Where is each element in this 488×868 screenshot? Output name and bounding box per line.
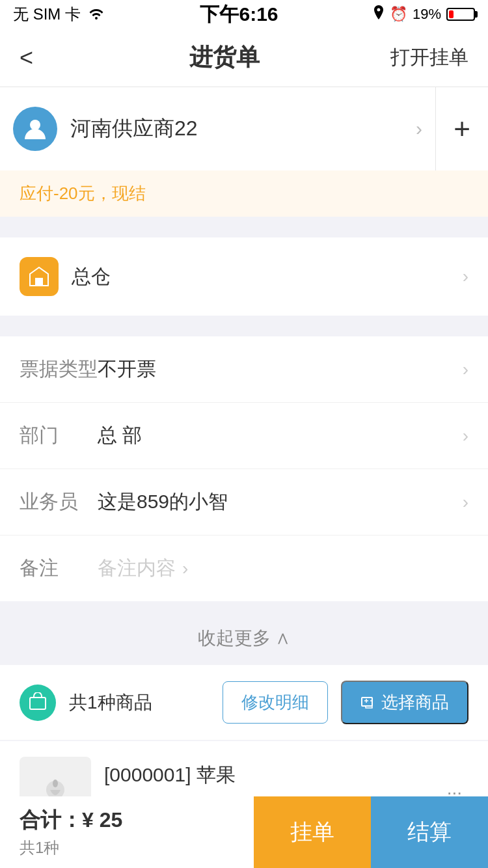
fields-card: 票据类型 不开票 › 部门 总 部 › 业务员 这是859的小智 › 备注 备注… — [0, 336, 488, 601]
field-value: 这是859的小智 — [98, 489, 456, 515]
field-chevron-icon: › — [463, 492, 468, 513]
svg-rect-2 — [30, 698, 46, 709]
open-hang-button[interactable]: 打开挂单 — [390, 44, 468, 71]
checkout-button[interactable]: 结算 — [371, 796, 488, 868]
products-header: 共1种商品 修改明细 选择商品 — [0, 665, 488, 740]
select-product-button[interactable]: 选择商品 — [341, 681, 468, 724]
supplier-chevron-icon: › — [416, 118, 422, 140]
add-supplier-button[interactable]: + — [436, 87, 488, 170]
location-icon — [373, 5, 385, 23]
svg-rect-1 — [35, 278, 43, 286]
status-time: 下午6:16 — [200, 1, 278, 28]
total-label: 合计： — [20, 808, 82, 832]
field-value: 总 部 — [98, 422, 456, 449]
field-placeholder: 备注内容 — [98, 555, 176, 582]
field-label: 票据类型 — [20, 356, 98, 383]
supplier-selector[interactable]: 河南供应商22 › — [0, 87, 436, 170]
divider-1 — [0, 227, 488, 237]
notice-bar: 应付-20元，现结 — [0, 170, 488, 217]
supplier-section: 河南供应商22 › + 应付-20元，现结 — [0, 87, 488, 217]
total-section: 合计：¥ 25 共1种 — [0, 806, 254, 858]
supplier-avatar — [13, 107, 57, 151]
divider-2 — [0, 326, 488, 336]
content-area: 河南供应商22 › + 应付-20元，现结 总仓 › 票据类型 不开票 › 部门 — [0, 87, 488, 868]
collapse-button[interactable]: 收起更多 ∧ — [0, 612, 488, 665]
product-count-text: 共1种商品 — [69, 690, 210, 715]
field-label: 备注 — [20, 555, 98, 582]
modify-detail-button[interactable]: 修改明细 — [223, 681, 328, 724]
wifi-icon — [87, 5, 105, 23]
product-name: [0000001] 苹果 — [104, 762, 427, 789]
field-label: 业务员 — [20, 489, 98, 515]
supplier-name: 河南供应商22 — [70, 115, 409, 143]
fields-container: 票据类型 不开票 › 部门 总 部 › 业务员 这是859的小智 › 备注 备注… — [0, 336, 488, 601]
total-count: 共1种 — [20, 837, 234, 858]
svg-rect-3 — [362, 698, 372, 706]
bottom-bar: 合计：¥ 25 共1种 挂单 结算 — [0, 796, 488, 868]
battery-text: 19% — [413, 6, 441, 23]
warehouse-icon — [20, 257, 59, 296]
alarm-icon: ⏰ — [390, 6, 407, 23]
nav-bar: < 进货单 打开挂单 — [0, 29, 488, 87]
field-chevron-icon: › — [463, 426, 468, 446]
field-label: 部门 — [20, 422, 98, 449]
svg-point-7 — [53, 780, 58, 787]
warehouse-name: 总仓 — [72, 264, 456, 290]
product-count-icon — [20, 685, 56, 721]
hang-button[interactable]: 挂单 — [254, 796, 371, 868]
field-chevron-icon: › — [463, 359, 468, 380]
status-bar: 无 SIM 卡 下午6:16 ⏰ 19% — [0, 0, 488, 29]
warehouse-row[interactable]: 总仓 › — [0, 237, 488, 316]
field-row-2[interactable]: 业务员 这是859的小智 › — [0, 468, 488, 535]
field-row-0[interactable]: 票据类型 不开票 › — [0, 336, 488, 402]
status-right: ⏰ 19% — [373, 5, 475, 23]
status-left: 无 SIM 卡 — [13, 4, 105, 25]
select-product-label: 选择商品 — [381, 691, 449, 714]
field-chevron-icon: › — [182, 558, 188, 579]
field-value: 不开票 — [98, 356, 456, 383]
warehouse-chevron-icon: › — [463, 266, 468, 287]
back-button[interactable]: < — [20, 44, 59, 72]
total-amount: 合计：¥ 25 — [20, 806, 234, 835]
svg-point-0 — [30, 120, 40, 130]
total-value: ¥ 25 — [82, 808, 122, 832]
supplier-row: 河南供应商22 › + — [0, 87, 488, 170]
field-row-1[interactable]: 部门 总 部 › — [0, 402, 488, 468]
battery-icon — [446, 8, 475, 21]
page-title: 进货单 — [189, 42, 260, 74]
field-row-3[interactable]: 备注 备注内容 › — [0, 535, 488, 601]
carrier-text: 无 SIM 卡 — [13, 4, 81, 25]
